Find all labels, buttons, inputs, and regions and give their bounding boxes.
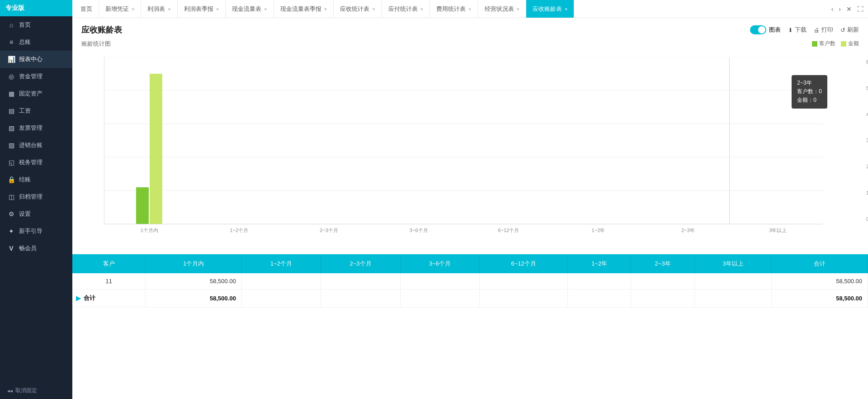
tab-profit-q[interactable]: 利润表季报 × xyxy=(178,0,226,18)
tab-cashflow[interactable]: 现金流量表 × xyxy=(226,0,274,18)
tab-cashflow-close[interactable]: × xyxy=(264,6,267,12)
bar-group-m12 xyxy=(194,57,284,224)
refresh-icon: ↺ xyxy=(840,27,845,33)
tab-nav-controls: ‹ › ✕ ⛶ xyxy=(829,0,866,18)
legend-amount: 金额 xyxy=(841,40,859,48)
cell-m12 xyxy=(241,273,321,290)
bar-m1-light xyxy=(150,74,162,224)
tab-biz[interactable]: 经营状况表 × xyxy=(478,0,526,18)
cell-customer: 11 xyxy=(72,273,146,290)
tab-biz-close[interactable]: × xyxy=(517,6,519,12)
tab-ar-stat-close[interactable]: × xyxy=(372,6,375,12)
sidebar: 专业版 ⌂ 首页 ≡ 总账 📊 报表中心 ◎ 资金管理 ▦ 固定资产 ▤ 工资 … xyxy=(0,0,72,399)
sidebar-item-fund[interactable]: ◎ 资金管理 xyxy=(0,68,72,85)
x-label-y3p: 3年以上 xyxy=(733,227,823,234)
chart-toggle-label: 图表 xyxy=(769,26,781,34)
tab-voucher-close[interactable]: × xyxy=(132,6,134,12)
report-icon: 📊 xyxy=(7,56,15,63)
total-m36 xyxy=(400,290,479,308)
bar-group-m23 xyxy=(284,57,374,224)
tab-ar-age-close[interactable]: × xyxy=(565,6,567,12)
tax-icon: ◱ xyxy=(7,159,15,166)
tab-prev-button[interactable]: ‹ xyxy=(829,0,836,18)
unpin-button[interactable]: ◂◂ 取消固定 xyxy=(0,382,72,399)
tab-cashflow-q[interactable]: 现金流量表季报 × xyxy=(274,0,334,18)
tab-profit-close[interactable]: × xyxy=(168,6,170,12)
page-title: 应收账龄表 xyxy=(81,24,122,35)
tab-ap-stat[interactable]: 应付统计表 × xyxy=(382,0,430,18)
cell-y23 xyxy=(631,273,694,290)
sidebar-item-asset[interactable]: ▦ 固定资产 xyxy=(0,85,72,102)
tab-cashflow-q-close[interactable]: × xyxy=(324,6,327,12)
download-button[interactable]: ⬇ 下载 xyxy=(788,26,807,34)
total-y3p xyxy=(694,290,772,308)
x-label-m1: 1个月内 xyxy=(104,227,194,234)
tab-home[interactable]: 首页 xyxy=(74,0,99,18)
page-header: 应收账龄表 图表 ⬇ 下载 🖨 打印 ↺ 刷新 xyxy=(72,18,868,40)
tab-ap-stat-close[interactable]: × xyxy=(420,6,423,12)
col-header-m36: 3~6个月 xyxy=(400,254,479,273)
cell-m36 xyxy=(400,273,479,290)
sidebar-item-invoice[interactable]: ▧ 发票管理 xyxy=(0,119,72,137)
sidebar-item-member[interactable]: V 畅会员 xyxy=(0,240,72,257)
sidebar-item-guide[interactable]: ✦ 新手引导 xyxy=(0,223,72,240)
sidebar-item-home[interactable]: ⌂ 首页 xyxy=(0,16,72,33)
page-actions: 图表 ⬇ 下载 🖨 打印 ↺ 刷新 xyxy=(750,25,859,34)
member-icon: V xyxy=(7,245,15,252)
x-label-y12: 1~2年 xyxy=(553,227,643,234)
tab-profit-q-close[interactable]: × xyxy=(216,6,219,12)
legend-customer-dot xyxy=(812,41,817,47)
print-button[interactable]: 🖨 打印 xyxy=(814,26,833,34)
tab-voucher[interactable]: 新增凭证 × xyxy=(99,0,141,18)
tab-maximize-button[interactable]: ⛶ xyxy=(854,0,866,18)
sidebar-item-report[interactable]: 📊 报表中心 xyxy=(0,51,72,68)
sidebar-item-purchase[interactable]: ▨ 进销台账 xyxy=(0,137,72,154)
x-label-m23: 2~3个月 xyxy=(284,227,374,234)
col-header-total: 合计 xyxy=(772,254,868,273)
chart-toggle[interactable] xyxy=(750,25,766,34)
total-label: ▶ 合计 xyxy=(72,290,146,307)
chart-title: 账龄统计图 xyxy=(81,40,859,48)
bar-group-m612 xyxy=(464,57,554,224)
col-header-m12: 1~2个月 xyxy=(241,254,321,273)
sidebar-item-ledger[interactable]: ≡ 总账 xyxy=(0,33,72,51)
bar-m1-green xyxy=(136,187,149,224)
x-label-y23: 2~3年 xyxy=(643,227,733,234)
total-y23 xyxy=(631,290,694,308)
col-header-y12: 1~2年 xyxy=(568,254,631,273)
tab-expense-close[interactable]: × xyxy=(468,6,471,12)
sidebar-item-tax[interactable]: ◱ 税务管理 xyxy=(0,154,72,171)
guide-icon: ✦ xyxy=(7,228,15,235)
cell-m612 xyxy=(480,273,568,290)
sidebar-item-close[interactable]: 🔒 结账 xyxy=(0,171,72,188)
tab-bar: 首页 新增凭证 × 利润表 × 利润表季报 × 现金流量表 × 现金流量表季报 … xyxy=(72,0,868,18)
tab-profit[interactable]: 利润表 × xyxy=(141,0,177,18)
tab-ar-age[interactable]: 应收账龄表 × xyxy=(526,0,574,18)
table-header-row: 客户 1个月内 1~2个月 2~3个月 3~6个月 6~12个月 1~2年 2~… xyxy=(72,254,868,273)
tab-close-all-button[interactable]: ✕ xyxy=(844,0,854,18)
tab-expense[interactable]: 费用统计表 × xyxy=(430,0,478,18)
sidebar-item-archive[interactable]: ◫ 归档管理 xyxy=(0,188,72,205)
col-header-m612: 6~12个月 xyxy=(480,254,568,273)
ledger-icon: ≡ xyxy=(7,38,15,46)
chart-container: 账龄统计图 客户数 金额 5个 4个 3个 2个 1个 xyxy=(72,40,868,247)
sidebar-logo: 专业版 xyxy=(0,0,72,16)
x-axis: 1个月内 1~2个月 2~3个月 3~6个月 6~12个月 1~2年 2~3年 … xyxy=(104,227,823,234)
salary-icon: ▤ xyxy=(7,107,15,114)
tab-ar-stat[interactable]: 应收统计表 × xyxy=(334,0,382,18)
refresh-button[interactable]: ↺ 刷新 xyxy=(840,26,859,34)
sidebar-item-settings[interactable]: ⚙ 设置 xyxy=(0,205,72,223)
invoice-icon: ▧ xyxy=(7,124,15,132)
bar-group-y12 xyxy=(553,57,643,224)
bar-group-m36 xyxy=(374,57,464,224)
col-header-m23: 2~3个月 xyxy=(321,254,400,273)
cell-m23 xyxy=(321,273,400,290)
data-table: 客户 1个月内 1~2个月 2~3个月 3~6个月 6~12个月 1~2年 2~… xyxy=(72,254,868,308)
archive-icon: ◫ xyxy=(7,193,15,200)
sidebar-item-salary[interactable]: ▤ 工资 xyxy=(0,102,72,119)
y-axis-right: 60,000.00元 50,000.00元 40,000.00元 30,000.… xyxy=(864,57,868,224)
bar-group-m1 xyxy=(104,57,194,224)
tab-next-button[interactable]: › xyxy=(836,0,844,18)
total-m12 xyxy=(241,290,321,308)
chart-toggle-wrap: 图表 xyxy=(750,25,781,34)
